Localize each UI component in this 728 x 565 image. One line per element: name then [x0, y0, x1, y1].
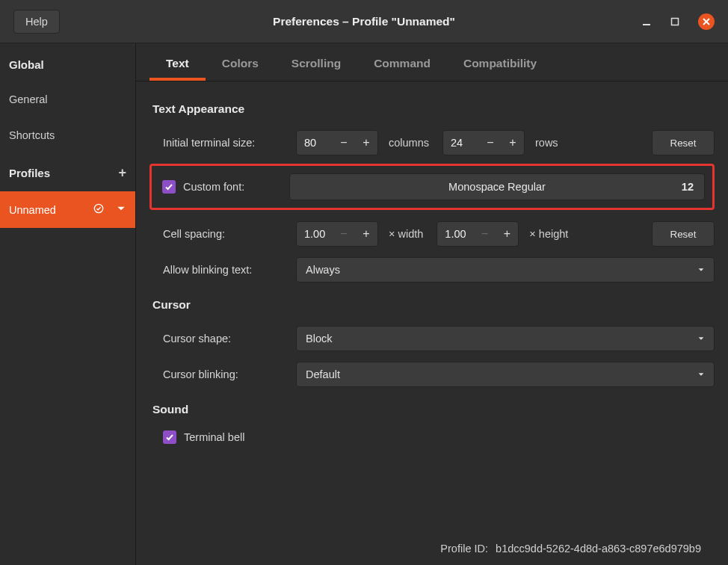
initial-size-reset-button[interactable]: Reset — [652, 130, 715, 155]
cell-spacing-reset-button[interactable]: Reset — [652, 221, 715, 247]
terminal-bell-checkbox[interactable] — [163, 430, 176, 444]
section-sound: Sound — [152, 403, 715, 416]
terminal-bell-label: Terminal bell — [184, 431, 244, 443]
row-cell-spacing: Cell spacing: 1.00 − + × width 1.00 − + … — [149, 216, 715, 252]
sidebar-item-label: Unnamed — [9, 204, 56, 216]
tabs: Text Colors Scrolling Command Compatibil… — [136, 43, 728, 81]
sidebar-item-general[interactable]: General — [0, 81, 135, 117]
cursor-blinking-combo[interactable]: Default — [296, 362, 715, 387]
width-unit: × width — [389, 228, 423, 240]
tab-colors[interactable]: Colors — [206, 43, 275, 81]
tab-compatibility[interactable]: Compatibility — [447, 43, 553, 81]
custom-font-size: 12 — [682, 181, 694, 193]
custom-font-name: Monospace Regular — [448, 181, 546, 193]
rows-plus-icon[interactable]: + — [502, 136, 524, 149]
height-unit: × height — [529, 228, 568, 240]
custom-font-label: Custom font: — [183, 181, 244, 193]
sidebar-heading-profiles-label: Profiles — [9, 167, 50, 179]
height-value: 1.00 — [437, 228, 473, 240]
caret-down-icon — [697, 333, 705, 345]
row-allow-blinking: Allow blinking text: Always — [149, 252, 715, 288]
close-icon[interactable] — [698, 13, 715, 30]
row-cursor-shape: Cursor shape: Block — [149, 321, 715, 356]
columns-spinner[interactable]: 80 − + — [296, 130, 378, 155]
width-value: 1.00 — [297, 228, 333, 240]
content: Text Appearance Initial terminal size: 8… — [136, 81, 728, 565]
profile-id-label: Profile ID: — [440, 543, 488, 555]
sidebar-item-profile-unnamed[interactable]: Unnamed — [0, 191, 135, 228]
sidebar-heading-global: Global — [0, 46, 135, 81]
row-custom-font: Custom font: Monospace Regular 12 — [149, 164, 715, 210]
columns-plus-icon[interactable]: + — [355, 136, 377, 149]
cursor-shape-combo[interactable]: Block — [296, 326, 715, 351]
row-initial-size: Initial terminal size: 80 − + columns 24… — [149, 125, 715, 161]
caret-down-icon[interactable] — [116, 203, 126, 216]
row-cursor-blinking: Cursor blinking: Default — [149, 356, 715, 392]
window-title: Preferences – Profile "Unnamed" — [0, 15, 728, 28]
row-terminal-bell: Terminal bell — [149, 425, 715, 449]
cursor-blinking-value: Default — [306, 368, 340, 380]
rows-spinner[interactable]: 24 − + — [442, 130, 525, 155]
caret-down-icon — [697, 368, 705, 380]
sidebar-item-shortcuts[interactable]: Shortcuts — [0, 117, 135, 153]
tab-command[interactable]: Command — [357, 43, 447, 81]
initial-size-label: Initial terminal size: — [163, 137, 289, 149]
footer: Profile ID: b1dcc9dd-5262-4d8d-a863-c897… — [149, 532, 715, 565]
sidebar-heading-profiles: Profiles + — [0, 153, 135, 191]
height-plus-icon[interactable]: + — [496, 227, 518, 241]
tab-text[interactable]: Text — [149, 43, 206, 81]
sidebar: Global General Shortcuts Profiles + Unna… — [0, 43, 136, 565]
rows-value: 24 — [443, 137, 479, 149]
height-minus-icon: − — [473, 227, 496, 241]
height-spinner[interactable]: 1.00 − + — [437, 221, 519, 247]
tab-scrolling[interactable]: Scrolling — [275, 43, 357, 81]
section-cursor: Cursor — [152, 298, 715, 312]
allow-blinking-label: Allow blinking text: — [163, 264, 289, 276]
cursor-shape-label: Cursor shape: — [163, 333, 289, 345]
maximize-icon[interactable] — [670, 16, 680, 27]
cell-spacing-label: Cell spacing: — [163, 228, 289, 240]
section-text-appearance: Text Appearance — [152, 102, 715, 116]
cursor-blinking-label: Cursor blinking: — [163, 368, 289, 380]
width-minus-icon: − — [333, 227, 355, 241]
titlebar: Help Preferences – Profile "Unnamed" — [0, 0, 728, 43]
rows-minus-icon[interactable]: − — [479, 136, 502, 149]
check-circle-icon — [93, 203, 104, 216]
rows-unit: rows — [535, 137, 558, 149]
window-controls — [641, 13, 715, 30]
cursor-shape-value: Block — [306, 333, 332, 345]
caret-down-icon — [697, 264, 705, 276]
custom-font-button[interactable]: Monospace Regular 12 — [289, 173, 705, 200]
width-plus-icon[interactable]: + — [355, 227, 377, 241]
minimize-icon[interactable] — [641, 16, 652, 27]
custom-font-checkbox[interactable] — [162, 180, 176, 194]
columns-value: 80 — [297, 137, 333, 149]
columns-unit: columns — [389, 137, 429, 149]
columns-minus-icon[interactable]: − — [333, 136, 355, 149]
main: Text Colors Scrolling Command Compatibil… — [136, 43, 728, 565]
help-button[interactable]: Help — [13, 10, 60, 34]
allow-blinking-combo[interactable]: Always — [296, 257, 715, 282]
allow-blinking-value: Always — [306, 264, 340, 276]
profile-id-value: b1dcc9dd-5262-4d8d-a863-c897e6d979b9 — [496, 543, 701, 555]
width-spinner[interactable]: 1.00 − + — [296, 221, 378, 247]
svg-rect-1 — [672, 18, 679, 25]
add-profile-icon[interactable]: + — [118, 165, 126, 181]
